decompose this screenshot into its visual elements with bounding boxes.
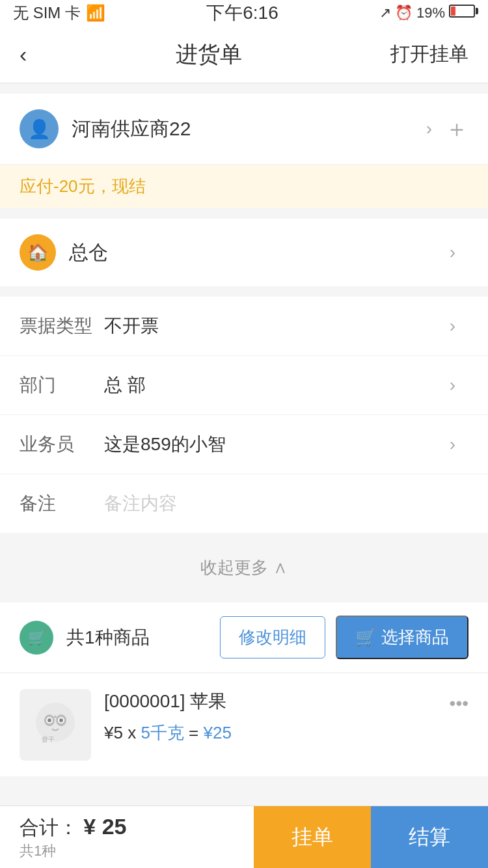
select-product-button[interactable]: 🛒 选择商品	[336, 616, 468, 659]
open-hang-button[interactable]: 打开挂单	[390, 41, 468, 68]
unit-price: ¥5	[104, 723, 123, 742]
multiply-sign: x	[128, 723, 141, 742]
product-code: [0000001]	[104, 691, 185, 711]
select-icon: 🛒	[355, 627, 376, 647]
edit-detail-button[interactable]: 修改明细	[220, 616, 325, 658]
collapse-bar[interactable]: 收起更多 ∧	[0, 543, 488, 592]
supplier-row[interactable]: 👤 河南供应商22 › ＋	[0, 94, 488, 165]
status-bar: 无 SIM 卡 📶 下午6:16 ↗ ⏰ 19%	[0, 0, 488, 26]
back-button[interactable]: ‹	[20, 42, 27, 67]
total-price: ¥25	[204, 723, 232, 742]
bottom-bar: 合计： ¥ 25 共1种 挂单 结算	[0, 806, 488, 868]
invoice-type-value: 不开票	[98, 314, 450, 338]
product-price: ¥5 x 5千克 = ¥25	[104, 722, 450, 744]
location-icon: ↗	[379, 5, 391, 21]
add-supplier-button[interactable]: ＋	[445, 113, 468, 145]
product-item: 督干 [0000001] 苹果 ¥5 x 5千克 = ¥25 •••	[0, 673, 488, 776]
supplier-avatar: 👤	[20, 109, 59, 148]
cart-icon: 🛒	[28, 629, 46, 646]
equals-sign: =	[189, 723, 203, 742]
salesperson-chevron-icon: ›	[450, 434, 455, 455]
department-label: 部门	[20, 373, 98, 398]
warehouse-name: 总仓	[69, 239, 450, 266]
select-product-label: 选择商品	[381, 626, 449, 649]
battery-icon	[449, 5, 475, 21]
supplier-chevron-icon: ›	[426, 118, 432, 139]
department-value: 总 部	[98, 373, 450, 398]
product-more-button[interactable]: •••	[450, 693, 468, 714]
total-section: 合计： ¥ 25 共1种	[0, 814, 254, 861]
product-thumbnail: 督干	[20, 689, 91, 761]
department-chevron-icon: ›	[450, 375, 455, 396]
total-value: ¥ 25	[83, 814, 126, 839]
remark-label: 备注	[20, 491, 98, 516]
product-name: [0000001] 苹果	[104, 689, 450, 714]
product-thumb-icon: 督干	[33, 699, 78, 751]
remark-input[interactable]: 备注内容	[98, 491, 468, 516]
notice-bar: 应付-20元，现结	[0, 165, 488, 208]
salesperson-label: 业务员	[20, 432, 98, 457]
warehouse-chevron-icon: ›	[450, 242, 455, 263]
products-icon: 🛒	[20, 621, 53, 655]
total-amount: 合计： ¥ 25	[20, 814, 234, 841]
status-bar-right: ↗ ⏰ 19%	[379, 5, 475, 21]
svg-point-6	[59, 718, 63, 722]
battery-percent: 19%	[416, 5, 445, 21]
supplier-card: 👤 河南供应商22 › ＋ 应付-20元，现结	[0, 94, 488, 208]
total-count: 共1种	[20, 841, 234, 861]
total-label: 合计：	[20, 817, 78, 838]
checkout-button[interactable]: 结算	[371, 806, 488, 869]
warehouse-row[interactable]: 🏠 总仓 ›	[0, 219, 488, 286]
remark-row[interactable]: 备注 备注内容	[0, 474, 488, 533]
form-card: 票据类型 不开票 › 部门 总 部 › 业务员 这是859的小智 › 备注 备注…	[0, 297, 488, 533]
page-title: 进货单	[176, 40, 242, 70]
invoice-type-row[interactable]: 票据类型 不开票 ›	[0, 297, 488, 356]
status-bar-time: 下午6:16	[206, 1, 278, 25]
alarm-icon: ⏰	[395, 5, 413, 21]
invoice-type-chevron-icon: ›	[450, 316, 455, 336]
status-bar-left: 无 SIM 卡 📶	[13, 3, 105, 23]
warehouse-symbol: 🏠	[27, 243, 48, 263]
warehouse-card: 🏠 总仓 ›	[0, 219, 488, 286]
hang-order-button[interactable]: 挂单	[254, 806, 371, 869]
svg-point-5	[47, 718, 51, 722]
salesperson-row[interactable]: 业务员 这是859的小智 ›	[0, 415, 488, 474]
quantity: 5千克	[141, 723, 183, 742]
invoice-type-label: 票据类型	[20, 314, 98, 338]
department-row[interactable]: 部门 总 部 ›	[0, 356, 488, 415]
warehouse-icon: 🏠	[20, 234, 56, 271]
products-header: 🛒 共1种商品 修改明细 🛒 选择商品	[0, 603, 488, 673]
avatar-icon: 👤	[28, 118, 51, 140]
wifi-icon: 📶	[86, 4, 105, 22]
sim-status: 无 SIM 卡	[13, 3, 81, 23]
nav-bar: ‹ 进货单 打开挂单	[0, 26, 488, 83]
supplier-name: 河南供应商22	[72, 116, 426, 142]
products-count: 共1种商品	[66, 625, 220, 650]
salesperson-value: 这是859的小智	[98, 432, 450, 457]
svg-text:督干: 督干	[42, 736, 55, 743]
product-info: [0000001] 苹果 ¥5 x 5千克 = ¥25	[104, 689, 450, 744]
